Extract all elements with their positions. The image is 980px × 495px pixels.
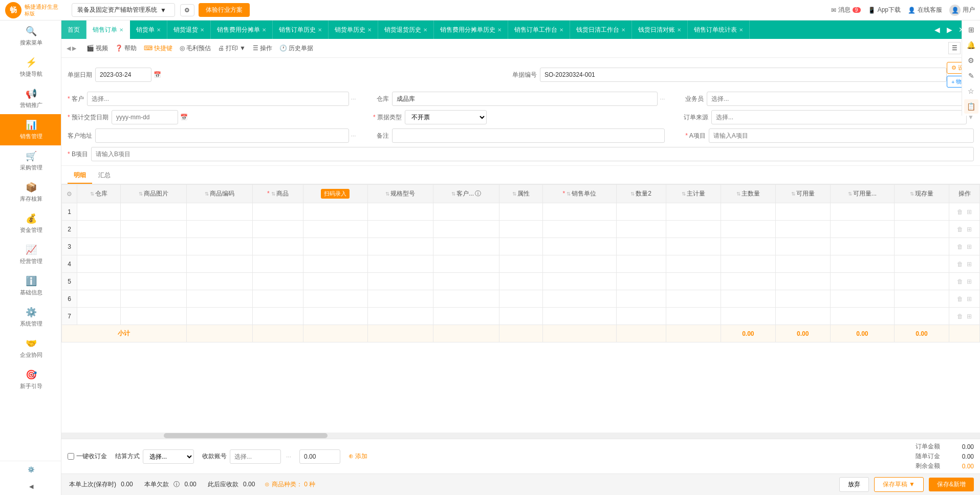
- cell-qty2-6[interactable]: [616, 290, 666, 308]
- cell-available2-4[interactable]: [830, 255, 894, 273]
- cell-attr-2[interactable]: [499, 221, 543, 238]
- save-new-btn[interactable]: 保存&新增: [929, 478, 974, 491]
- cell-spec-5[interactable]: [367, 273, 433, 290]
- cell-actions-3[interactable]: 🗑 ⊞: [949, 238, 980, 255]
- cell-unit-2[interactable]: [543, 221, 616, 238]
- cell-warehouse-3[interactable]: [77, 238, 121, 255]
- warehouse-dots[interactable]: ···: [660, 95, 665, 102]
- sidebar-item-inventory[interactable]: 📦 库存核算: [0, 177, 61, 208]
- copy-icon[interactable]: ⊞: [967, 313, 972, 320]
- cell-main-qty-7[interactable]: [721, 308, 775, 325]
- right-panel-btn-4[interactable]: ✎: [964, 69, 978, 83]
- cell-unit-3[interactable]: [543, 238, 616, 255]
- cell-scan-5[interactable]: [303, 273, 367, 290]
- amount-input[interactable]: [299, 449, 340, 464]
- col-spec[interactable]: ⇅规格型号: [367, 185, 433, 203]
- tab-sales-order[interactable]: 销售订单 ✕: [86, 20, 130, 39]
- cell-warehouse-4[interactable]: [77, 255, 121, 273]
- cell-code-7[interactable]: [186, 308, 252, 325]
- tab-home[interactable]: 首页: [61, 20, 86, 39]
- cell-available-7[interactable]: [775, 308, 830, 325]
- cell-available2-3[interactable]: [830, 238, 894, 255]
- cell-stock-4[interactable]: [894, 255, 949, 273]
- col-code[interactable]: ⇅商品编码: [186, 185, 252, 203]
- delete-icon[interactable]: 🗑: [957, 313, 963, 320]
- cell-cust-code-6[interactable]: [433, 290, 499, 308]
- cell-unit-7[interactable]: [543, 308, 616, 325]
- cell-spec-2[interactable]: [367, 221, 433, 238]
- cell-available-4[interactable]: [775, 255, 830, 273]
- cell-cust-code-3[interactable]: [433, 238, 499, 255]
- col-available2[interactable]: ⇅可用量...: [830, 185, 894, 203]
- cell-qty2-1[interactable]: [616, 203, 666, 221]
- business-input[interactable]: [707, 92, 967, 106]
- close-icon[interactable]: ✕: [677, 27, 681, 33]
- data-table-wrapper[interactable]: ⚙ ⇅仓库 ⇅商品图片 ⇅商品编码: [61, 184, 980, 433]
- address-dots[interactable]: ···: [351, 132, 356, 139]
- cell-spec-1[interactable]: [367, 203, 433, 221]
- tab-sales-return[interactable]: 销货退货 ✕: [167, 20, 211, 39]
- save-draft-btn[interactable]: 保存草稿 ▼: [874, 477, 924, 492]
- cell-available2-5[interactable]: [830, 273, 894, 290]
- delete-icon[interactable]: 🗑: [957, 226, 963, 233]
- col-available[interactable]: ⇅可用量: [775, 185, 830, 203]
- toolbar-left-arrow[interactable]: ◀ ▶: [67, 45, 76, 52]
- cell-warehouse-6[interactable]: [77, 290, 121, 308]
- user-item[interactable]: 👤 用户: [949, 5, 975, 16]
- close-icon[interactable]: ✕: [318, 27, 322, 33]
- cell-product-4[interactable]: [252, 255, 303, 273]
- cell-available-5[interactable]: [775, 273, 830, 290]
- industry-btn[interactable]: 体验行业方案: [199, 3, 250, 17]
- a-project-input[interactable]: [709, 128, 974, 143]
- cell-main-unit-2[interactable]: [666, 221, 721, 238]
- copy-icon[interactable]: ⊞: [967, 243, 972, 250]
- cell-actions-2[interactable]: 🗑 ⊞: [949, 221, 980, 238]
- cell-main-qty-2[interactable]: [721, 221, 775, 238]
- sidebar-item-finance[interactable]: 💰 资金管理: [0, 208, 61, 239]
- sidebar-item-sales[interactable]: 📊 销售管理: [0, 114, 61, 145]
- toolbar-profit[interactable]: ◎ 毛利预估: [180, 44, 211, 53]
- cell-spec-6[interactable]: [367, 290, 433, 308]
- cell-main-qty-4[interactable]: [721, 255, 775, 273]
- cell-available2-2[interactable]: [830, 221, 894, 238]
- cell-attr-1[interactable]: [499, 203, 543, 221]
- cell-attr-3[interactable]: [499, 238, 543, 255]
- cell-main-unit-7[interactable]: [666, 308, 721, 325]
- sidebar-item-marketing[interactable]: 📢 营销推广: [0, 83, 61, 114]
- sidebar-collapse-btn[interactable]: ◀: [0, 478, 61, 495]
- cell-available2-1[interactable]: [830, 203, 894, 221]
- right-panel-btn-3[interactable]: ⚙: [964, 53, 978, 68]
- toolbar-operation[interactable]: ☰ 操作: [253, 44, 272, 53]
- copy-icon[interactable]: ⊞: [967, 278, 972, 285]
- cell-stock-3[interactable]: [894, 238, 949, 255]
- toolbar-view[interactable]: 🎬 视频: [86, 44, 108, 53]
- cell-main-unit-3[interactable]: [666, 238, 721, 255]
- close-icon[interactable]: ✕: [497, 27, 502, 33]
- sidebar-item-system[interactable]: ⚙️ 系统管理: [0, 302, 61, 333]
- cell-qty2-4[interactable]: [616, 255, 666, 273]
- online-service-item[interactable]: 👤 在线客服: [908, 6, 942, 14]
- col-customer-code[interactable]: ⇅客户... ⓘ: [433, 185, 499, 203]
- col-gear[interactable]: ⚙: [62, 185, 77, 203]
- sidebar-item-basic-info[interactable]: ℹ️ 基础信息: [0, 270, 61, 302]
- calendar-icon[interactable]: 📅: [154, 71, 161, 78]
- cell-cust-code-7[interactable]: [433, 308, 499, 325]
- warehouse-input[interactable]: [392, 92, 658, 106]
- close-icon[interactable]: ✕: [200, 27, 204, 33]
- sidebar-item-operations[interactable]: 📈 经营管理: [0, 239, 61, 270]
- cell-image-2[interactable]: [121, 221, 187, 238]
- cell-main-qty-3[interactable]: [721, 238, 775, 255]
- close-icon[interactable]: ✕: [423, 27, 427, 33]
- right-panel-btn-1[interactable]: ⊞: [964, 23, 978, 37]
- cell-product-5[interactable]: [252, 273, 303, 290]
- col-main-unit[interactable]: ⇅主计量: [666, 185, 721, 203]
- one-click-checkbox-input[interactable]: [68, 453, 74, 460]
- discard-btn[interactable]: 放弃: [839, 477, 869, 492]
- cell-image-5[interactable]: [121, 273, 187, 290]
- note-input[interactable]: [392, 128, 665, 143]
- view-toggle-list[interactable]: ☰: [948, 42, 961, 54]
- copy-icon[interactable]: ⊞: [967, 226, 972, 233]
- cell-image-1[interactable]: [121, 203, 187, 221]
- cell-main-unit-4[interactable]: [666, 255, 721, 273]
- save-draft-chevron[interactable]: ▼: [909, 481, 915, 488]
